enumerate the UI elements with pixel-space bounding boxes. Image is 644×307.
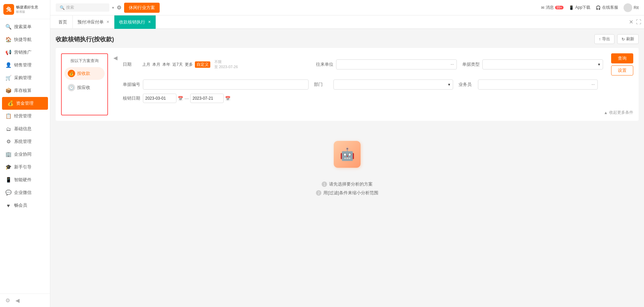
this-month-btn[interactable]: 本月: [152, 62, 160, 67]
sidebar-label-enterprise: 企业协同: [14, 151, 32, 157]
system-icon: ⚙: [5, 139, 11, 145]
solution-button[interactable]: 休闲行业方案: [124, 3, 160, 13]
search-icon: 🔍: [60, 5, 65, 10]
bill-type-label: 单据类型: [462, 61, 480, 67]
export-button[interactable]: ↑ 导出: [594, 34, 614, 44]
refresh-label: 刷新: [626, 36, 634, 42]
tab-receipt[interactable]: 收款核销执行 ✕: [114, 15, 156, 29]
more-dates-btn[interactable]: 更多: [185, 62, 193, 67]
collapse-more-conditions[interactable]: ▲ 收起更多条件: [123, 110, 633, 115]
user-action[interactable]: Rit: [624, 3, 639, 12]
settings-footer-icon[interactable]: ⚙: [5, 297, 10, 304]
sidebar-item-wechat[interactable]: 💬 企业微信: [0, 186, 50, 199]
refresh-icon: ↻: [622, 37, 625, 42]
app-download-action[interactable]: 📱 App下载: [569, 5, 590, 10]
verify-calendar-start-icon[interactable]: 📅: [178, 96, 183, 101]
guide-icon: 🎓: [5, 164, 11, 170]
collapse-sidebar-icon[interactable]: ◀: [15, 297, 19, 304]
app-download-icon: 📱: [569, 5, 574, 10]
settings-button[interactable]: 设置: [611, 65, 633, 75]
wechat-icon: 💬: [5, 190, 11, 196]
verify-date-start-input[interactable]: [143, 94, 176, 103]
last-month-btn[interactable]: 上月: [142, 62, 150, 67]
verify-date-end-input[interactable]: [190, 94, 224, 103]
sidebar-item-marketing[interactable]: 📢 营销推广: [0, 46, 50, 59]
message-icon: ✉: [541, 5, 544, 10]
collapse-area: ◀: [112, 53, 119, 115]
form-rows: 日期 上月 本月 本年 近7天 更多 自定义 不限: [123, 53, 633, 115]
filter-by-receivable[interactable]: 🕐 按应收: [64, 81, 105, 94]
verify-date-range: 📅 — 📅: [143, 94, 230, 103]
sidebar-label-inventory: 库存核算: [14, 88, 32, 94]
staff-select[interactable]: ···: [478, 80, 598, 90]
verify-date-label: 核销日期: [123, 95, 140, 101]
form-row-3: 核销日期 📅 — 📅: [123, 94, 633, 103]
bill-type-field: 单据类型 ▾: [462, 59, 603, 69]
tab-home[interactable]: 首页: [53, 15, 73, 29]
page-actions: ↑ 导出 ↻ 刷新: [594, 34, 639, 44]
this-year-btn[interactable]: 本年: [162, 62, 170, 67]
verify-calendar-end-icon[interactable]: 📅: [225, 96, 230, 101]
last-7-days-btn[interactable]: 近7天: [172, 62, 183, 67]
sidebar-item-quick-nav[interactable]: 🏠 快捷导航: [0, 33, 50, 46]
sidebar-item-sales[interactable]: 👤 销售管理: [0, 59, 50, 71]
sidebar-item-inventory[interactable]: 📦 库存核算: [0, 84, 50, 97]
tab-expand-icon[interactable]: ⛶: [636, 19, 641, 25]
inventory-icon: 📦: [5, 88, 11, 94]
online-service-action[interactable]: 🎧 在线客服: [596, 5, 618, 10]
tab-prepay-label: 预付冲应付单: [77, 19, 104, 25]
tab-close-all-icon[interactable]: ✕: [629, 19, 633, 25]
bill-type-select[interactable]: ▾: [482, 59, 603, 69]
tabbar-right: ✕ ⛶: [629, 19, 641, 25]
sidebar-item-finance[interactable]: 💰 资金管理: [2, 97, 48, 110]
sidebar-label-guide: 新手引导: [14, 164, 32, 170]
tab-prepay-close[interactable]: ✕: [106, 20, 109, 24]
online-service-label: 在线客服: [602, 5, 618, 10]
sales-icon: 👤: [5, 62, 11, 68]
filter-by-receipt[interactable]: 💰 按收款: [64, 67, 105, 80]
dept-select[interactable]: ▾: [333, 80, 453, 90]
query-panel: 按以下方案查询 💰 按收款 🕐 按应收 ◀: [56, 48, 639, 121]
custom-date-btn[interactable]: 自定义: [195, 61, 210, 68]
verify-date-field: 核销日期 📅 — 📅: [123, 94, 633, 103]
hint-num-2: 2: [316, 190, 321, 196]
sidebar-item-guide[interactable]: 🎓 新手引导: [0, 161, 50, 173]
form-row-2: 单据编号 部门 ▾ 业务员: [123, 80, 633, 90]
search-menu-icon: 🔍: [5, 24, 11, 30]
collapse-more-label: 收起更多条件: [609, 110, 633, 115]
dept-label: 部门: [314, 82, 331, 88]
sidebar-item-basic-info[interactable]: 🗂 基础信息: [0, 122, 50, 135]
sidebar-item-operation[interactable]: 📋 经营管理: [0, 110, 50, 122]
sidebar-label-basic-info: 基础信息: [14, 126, 32, 132]
topbar-gear-icon[interactable]: ⚙: [117, 4, 121, 11]
sidebar-item-search-menu[interactable]: 🔍 搜索菜单: [0, 20, 50, 33]
receipt-filter-icon: 💰: [68, 70, 75, 77]
counterpart-dots[interactable]: ···: [450, 61, 454, 67]
sidebar-item-system[interactable]: ⚙ 系统管理: [0, 135, 50, 148]
topbar-dropdown-icon[interactable]: ▾: [112, 5, 114, 10]
empty-illustration: 🤖: [330, 141, 364, 174]
sidebar-item-member[interactable]: ♥ 畅会员: [0, 199, 50, 212]
page-title: 收款核销执行(按收款): [56, 35, 114, 43]
sidebar-item-hardware[interactable]: 📱 智能硬件: [0, 173, 50, 186]
enterprise-icon: 🏢: [5, 151, 11, 157]
tab-receipt-close[interactable]: ✕: [148, 20, 151, 24]
message-action[interactable]: ✉ 消息 99+: [541, 5, 564, 10]
export-icon: ↑: [599, 37, 601, 42]
topbar-search-box[interactable]: 🔍 搜索: [56, 3, 109, 12]
query-button[interactable]: 查询: [611, 53, 633, 63]
tabbar: 首页 预付冲应付单 ✕ 收款核销执行 ✕ ✕ ⛶: [50, 15, 644, 29]
bill-no-input[interactable]: [143, 80, 309, 90]
logo-icon: 兔: [3, 4, 14, 15]
staff-dots[interactable]: ···: [591, 82, 595, 88]
refresh-button[interactable]: ↻ 刷新: [617, 34, 639, 44]
counterpart-select[interactable]: ···: [336, 59, 457, 69]
filter-panel: 按以下方案查询 💰 按收款 🕐 按应收: [61, 53, 108, 115]
tab-prepay[interactable]: 预付冲应付单 ✕: [73, 15, 114, 29]
counterpart-field: 往来单位 ···: [316, 59, 457, 69]
collapse-filter-button[interactable]: ◀: [112, 55, 119, 61]
sidebar-item-purchase[interactable]: 🛒 采购管理: [0, 71, 50, 84]
message-label: 消息: [546, 5, 554, 10]
app-version: 标准版: [16, 10, 38, 14]
sidebar-item-enterprise[interactable]: 🏢 企业协同: [0, 148, 50, 161]
